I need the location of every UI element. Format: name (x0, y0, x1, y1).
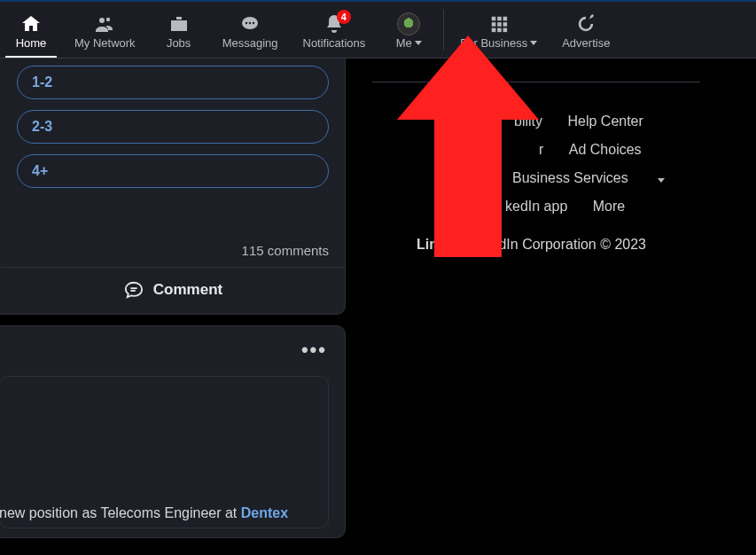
caret-down-icon (530, 41, 537, 45)
svg-point-1 (106, 18, 110, 21)
briefcase-icon (168, 13, 191, 35)
poll-option[interactable]: 1-2 (17, 66, 329, 99)
nav-me-label: Me (396, 36, 422, 50)
footer-link[interactable]: r (539, 136, 543, 164)
nav-network-label: My Network (74, 36, 136, 50)
avatar (397, 13, 420, 35)
company-link[interactable]: Dentex (241, 505, 288, 520)
footer-link[interactable]: Business Services (512, 164, 686, 192)
nav-network[interactable]: My Network (62, 2, 148, 58)
svg-rect-12 (492, 28, 496, 33)
nav-notifications[interactable]: 4 Notifications (291, 2, 378, 58)
top-nav: Home My Network Jobs Messaging 4 Notific… (0, 0, 756, 59)
people-icon (93, 13, 116, 35)
nav-business-label: For Business (460, 36, 537, 50)
nav-advertise[interactable]: Advertise (549, 2, 622, 58)
svg-rect-11 (503, 22, 507, 27)
post-text: new position as Telecoms Engineer at Den… (0, 505, 288, 521)
footer-links: bility Help Center r Ad Choices Business… (372, 107, 700, 221)
nav-home-label: Home (16, 36, 47, 50)
svg-point-5 (253, 22, 254, 24)
grid-icon (487, 13, 510, 35)
footer-link[interactable]: More (593, 192, 625, 221)
nav-business[interactable]: For Business (448, 2, 549, 58)
svg-rect-6 (492, 17, 496, 21)
message-icon (238, 13, 261, 35)
poll-option[interactable]: 4+ (17, 154, 329, 188)
nav-jobs-label: Jobs (167, 36, 191, 50)
nav-messaging[interactable]: Messaging (210, 2, 291, 58)
notif-badge: 4 (337, 10, 351, 24)
more-menu-button[interactable]: ••• (301, 339, 327, 362)
comment-label: Comment (153, 281, 222, 299)
footer-link[interactable]: Help Center (567, 107, 643, 136)
svg-rect-7 (497, 17, 502, 21)
svg-rect-9 (492, 22, 496, 27)
footer-divider (372, 82, 700, 82)
caret-down-icon (658, 178, 665, 183)
footer-link[interactable]: bility (514, 107, 542, 136)
nav-home[interactable]: Home (0, 2, 62, 58)
footer-copyright: Lin dIn Corporation © 2023 (372, 237, 700, 253)
footer-link[interactable]: Ad Choices (569, 136, 642, 164)
poll: 1-2 2-3 4+ (1, 59, 345, 200)
nav-jobs[interactable]: Jobs (148, 2, 210, 58)
svg-point-4 (249, 22, 251, 24)
svg-rect-14 (503, 28, 507, 33)
poll-option[interactable]: 2-3 (17, 110, 329, 144)
bell-icon: 4 (323, 13, 346, 35)
comment-button[interactable]: Comment (1, 268, 345, 314)
target-icon (574, 13, 597, 35)
svg-point-3 (246, 22, 247, 24)
footer-link[interactable]: kedIn app (505, 192, 567, 221)
caret-down-icon (415, 41, 422, 45)
nav-me[interactable]: Me (378, 2, 440, 58)
footer-column: bility Help Center r Ad Choices Business… (372, 82, 700, 253)
svg-rect-8 (503, 17, 507, 21)
nav-divider (443, 9, 444, 51)
svg-rect-13 (497, 28, 502, 33)
svg-point-0 (99, 18, 105, 23)
home-icon (19, 13, 43, 35)
post-card: 1-2 2-3 4+ 115 comments Comment (0, 59, 346, 315)
nav-messaging-label: Messaging (222, 36, 278, 50)
nav-notifications-label: Notifications (303, 36, 366, 50)
post-card: ••• new position as Telecoms Engineer at… (0, 325, 346, 538)
feed-column: 1-2 2-3 4+ 115 comments Comment ••• new … (0, 59, 346, 555)
comments-count[interactable]: 115 comments (1, 236, 345, 267)
comment-icon (123, 280, 144, 300)
nav-advertise-label: Advertise (562, 36, 610, 50)
svg-rect-10 (497, 22, 502, 27)
